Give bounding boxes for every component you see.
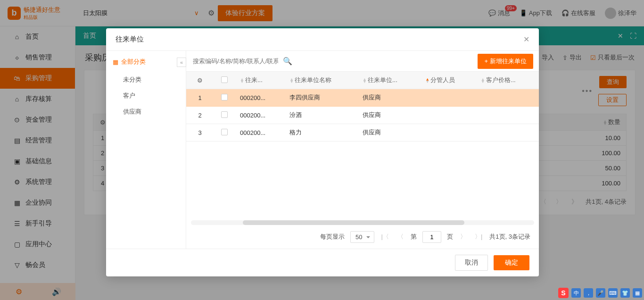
ime-logo-icon[interactable]: S [558, 288, 569, 298]
checkbox-icon[interactable] [221, 129, 228, 135]
col-code[interactable]: ▲▼往来... [235, 72, 285, 89]
modal-pagination: 每页显示 50 |〈 〈 第 页 〉 〉| 共1页, 3条记录 [186, 225, 539, 249]
page-prev-icon[interactable]: 〈 [396, 233, 405, 241]
plus-icon: + [484, 58, 488, 65]
per-page-select[interactable]: 50 [350, 231, 374, 243]
page-next-icon[interactable]: 〉 [459, 233, 468, 241]
category-customer[interactable]: 客户 [113, 88, 186, 104]
modal-body: « ▦全部分类 未分类 客户 供应商 🔍 +新增往来单位 ⚙ ▲▼往来... ▲… [106, 51, 539, 249]
modal-search-row: 🔍 +新增往来单位 [186, 51, 539, 72]
category-supplier[interactable]: 供应商 [113, 104, 186, 120]
checkbox-icon[interactable] [221, 76, 228, 83]
vendor-row[interactable]: 1000200...李四供应商供应商 [186, 89, 539, 107]
ime-skin-icon[interactable]: 👕 [620, 288, 630, 298]
checkbox-icon[interactable] [221, 111, 228, 118]
search-input[interactable] [192, 55, 279, 67]
vendor-table: ⚙ ▲▼往来... ▲▼往来单位名称 ▲▼往来单位... ▲▼分管人员 ▲▼客户… [186, 72, 539, 142]
ime-menu-icon[interactable]: ▦ [633, 288, 642, 298]
col-name[interactable]: ▲▼往来单位名称 [285, 72, 358, 89]
col-check[interactable] [214, 72, 235, 89]
page-last-icon[interactable]: 〉| [473, 233, 484, 241]
vendor-row[interactable]: 2000200...汾酒供应商 [186, 107, 539, 124]
modal-pagination-summary: 共1页, 3条记录 [489, 233, 530, 241]
modal-footer: 取消 确定 [106, 249, 539, 276]
modal-title: 往来单位 [116, 35, 144, 44]
horizontal-scrollbar[interactable] [191, 220, 534, 225]
confirm-button[interactable]: 确定 [494, 255, 529, 270]
ime-mic-icon[interactable]: 🎤 [596, 288, 605, 298]
sort-icon: ▲▼ [240, 78, 244, 83]
col-manager[interactable]: ▲▼分管人员 [421, 72, 476, 89]
ime-toolbar: S 中 ， 🎤 ⌨ 👕 ▦ [558, 288, 642, 298]
search-icon[interactable]: 🔍 [283, 57, 292, 66]
cancel-button[interactable]: 取消 [455, 255, 488, 271]
col-type[interactable]: ▲▼往来单位... [358, 72, 421, 89]
page-first-icon[interactable]: |〈 [380, 233, 390, 241]
ime-lang-icon[interactable]: 中 [571, 288, 581, 298]
category-all[interactable]: ▦全部分类 [113, 58, 186, 66]
sort-icon: ▲▼ [481, 78, 485, 83]
sort-icon: ▲▼ [363, 78, 367, 83]
gear-icon: ⚙ [197, 77, 203, 84]
grid-icon: ▦ [113, 58, 118, 66]
vendor-row[interactable]: 3000200...格力供应商 [186, 124, 539, 142]
collapse-panel-icon[interactable]: « [177, 58, 186, 67]
checkbox-icon[interactable] [221, 94, 228, 100]
modal-close-icon[interactable]: ✕ [523, 35, 529, 44]
page-label-pre: 第 [411, 233, 417, 241]
ime-punct-icon[interactable]: ， [584, 288, 593, 298]
modal-table-scroll: ⚙ ▲▼往来... ▲▼往来单位名称 ▲▼往来单位... ▲▼分管人员 ▲▼客户… [186, 72, 539, 220]
modal-header: 往来单位 ✕ [106, 28, 539, 51]
page-label-post: 页 [447, 233, 453, 241]
col-gear[interactable]: ⚙ [186, 72, 214, 89]
modal-table-panel: 🔍 +新增往来单位 ⚙ ▲▼往来... ▲▼往来单位名称 ▲▼往来单位... ▲… [186, 51, 539, 249]
col-price[interactable]: ▲▼客户价格... [476, 72, 539, 89]
ime-keyboard-icon[interactable]: ⌨ [608, 288, 618, 298]
per-page-label: 每页显示 [320, 233, 345, 241]
sort-icon: ▲▼ [425, 78, 429, 83]
add-vendor-button[interactable]: +新增往来单位 [478, 54, 533, 69]
sort-icon: ▲▼ [289, 78, 294, 83]
scrollbar-thumb[interactable] [243, 220, 464, 225]
category-panel: « ▦全部分类 未分类 客户 供应商 [106, 51, 186, 249]
vendor-modal: 往来单位 ✕ « ▦全部分类 未分类 客户 供应商 🔍 +新增往来单位 ⚙ ▲▼… [106, 28, 539, 276]
page-number-input[interactable] [422, 231, 441, 243]
category-unclassified[interactable]: 未分类 [113, 72, 186, 88]
